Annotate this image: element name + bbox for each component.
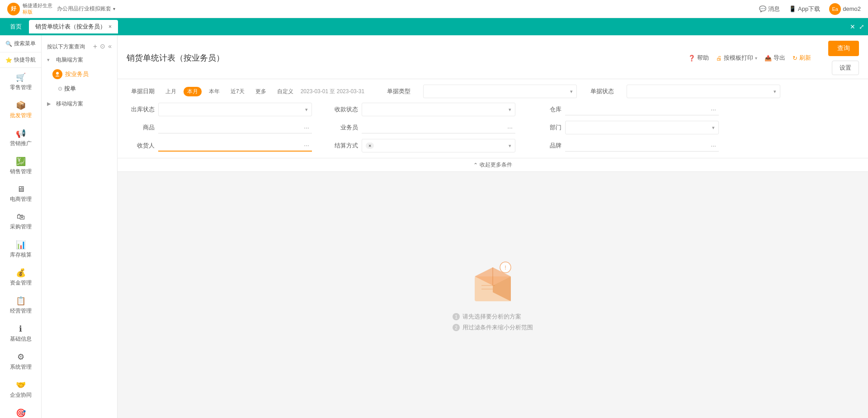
date-tab-this-year[interactable]: 本年 (205, 87, 223, 96)
left-panel: 按以下方案查询 + ⊙ « ▾ 电脑端方案 按业务员 (42, 35, 118, 418)
receiver-dots[interactable]: ··· (304, 142, 309, 149)
industry-dropdown[interactable]: 办公用品行业模拟账套 ▾ (57, 5, 115, 13)
filter-row-2: 出库状态 ▾ 收款状态 ▾ 仓库 ··· (127, 103, 859, 116)
panel-add-icon[interactable]: + (93, 43, 97, 51)
sidebar-quick-nav[interactable]: ⭐ 快捷导航 (0, 52, 41, 68)
sidebar-item-wholesale[interactable]: 📦 批发管理 (0, 96, 41, 124)
empty-illustration: ! (466, 258, 520, 308)
empty-state: ! 1 请先选择要分析的方案 2 用过滤条件来缩小 (453, 258, 533, 332)
receipt-status-select[interactable]: ▾ (362, 103, 515, 116)
date-tabs: 上月 本月 本年 近7天 更多 自定义 (162, 87, 297, 96)
tab-restore-icon[interactable]: ✕ (850, 23, 855, 30)
svg-text:!: ! (505, 264, 506, 271)
tree-desktop-group[interactable]: ▾ 电脑端方案 (42, 53, 117, 66)
sidebar-item-purchase[interactable]: 🛍 采购管理 (0, 208, 41, 235)
date-tab-last7[interactable]: 近7天 (227, 87, 248, 96)
department-chevron-icon: ▾ (712, 125, 715, 131)
receiver-input[interactable]: ··· (158, 140, 312, 152)
date-tab-more[interactable]: 更多 (252, 87, 270, 96)
wholesale-icon: 📦 (2, 100, 39, 110)
tree-mobile-group[interactable]: ▶ 移动端方案 (42, 97, 117, 110)
tree-item-by-order[interactable]: ⊙ 按单 (42, 82, 117, 95)
panel-tree: ▾ 电脑端方案 按业务员 ⊙ 按单 ▶ 移动端方案 (42, 53, 117, 110)
tab-maximize-icon[interactable]: ⤢ (859, 23, 864, 30)
tree-item-by-salesman[interactable]: 按业务员 (42, 66, 117, 82)
receipt-status-label: 收款状态 (330, 105, 362, 114)
ecommerce-icon: 🖥 (2, 185, 39, 194)
sidebar-search-menu[interactable]: 🔍 搜索菜单 (0, 35, 41, 52)
department-select[interactable]: ▾ (565, 121, 719, 134)
sidebar-item-operations[interactable]: 📋 经营管理 (0, 291, 41, 319)
message-button[interactable]: 💬 消息 (759, 5, 780, 13)
sidebar-item-sales[interactable]: 💹 销售管理 (0, 152, 41, 180)
export-button[interactable]: 📤 导出 (764, 54, 785, 62)
finance-icon: 💰 (2, 268, 39, 278)
user-profile[interactable]: Ea demo2 (829, 3, 861, 15)
salesman-input[interactable]: ··· (362, 122, 515, 133)
sidebar-item-guide[interactable]: 🎯 新手引导 (0, 404, 41, 418)
settlement-tag[interactable]: × (366, 142, 374, 149)
warehouse-input[interactable]: ··· (565, 104, 719, 115)
collapse-button[interactable]: ⌃ 收起更多条件 (473, 161, 512, 169)
sidebar-item-inventory[interactable]: 📊 库存核算 (0, 235, 41, 263)
tab-home[interactable]: 首页 (4, 20, 28, 33)
top-bar-right: 💬 消息 📱 App下载 Ea demo2 (759, 3, 861, 15)
tab-close-icon[interactable]: × (108, 24, 112, 30)
goods-input[interactable]: ··· (158, 122, 312, 133)
sidebar-item-ecommerce[interactable]: 🖥 电商管理 (0, 180, 41, 208)
filter-row-3: 商品 ··· 业务员 ··· 部门 ▾ (127, 121, 859, 134)
content-area: 按以下方案查询 + ⊙ « ▾ 电脑端方案 按业务员 (42, 35, 868, 418)
brand-input[interactable]: ··· (565, 140, 719, 152)
empty-tip-1: 1 请先选择要分析的方案 (453, 313, 533, 321)
salesman-dots[interactable]: ··· (507, 124, 513, 131)
settlement-chevron-icon: ▾ (509, 143, 511, 149)
date-tab-this-month[interactable]: 本月 (184, 87, 202, 96)
tree-expand-icon: ▾ (47, 57, 54, 63)
print-dropdown-icon: ▾ (755, 56, 757, 61)
sidebar-item-system[interactable]: ⚙ 系统管理 (0, 347, 41, 375)
help-button[interactable]: ❓ 帮助 (688, 54, 709, 62)
brand-label: 品牌 (533, 142, 565, 150)
goods-dots[interactable]: ··· (304, 124, 309, 131)
sidebar-item-collab[interactable]: 🤝 企业协同 (0, 375, 41, 404)
settlement-select[interactable]: × ▾ (362, 139, 515, 152)
date-tab-last-month[interactable]: 上月 (162, 87, 180, 96)
app-download-button[interactable]: 📱 App下载 (789, 5, 820, 13)
panel-settings-icon[interactable]: ⊙ (100, 43, 105, 51)
collab-icon: 🤝 (2, 380, 39, 390)
filter-row-4: 收货人 ··· 结算方式 × ▾ 品牌 ··· (127, 139, 859, 152)
refresh-button[interactable]: ↻ 刷新 (793, 54, 811, 62)
date-range-display: 2023-03-01 至 2023-03-31 (301, 88, 364, 95)
query-button[interactable]: 查询 (828, 41, 859, 56)
tab-actions: ✕ ⤢ (850, 23, 864, 30)
logo-text: 畅捷通好生意 标版 (23, 3, 52, 14)
order-type-select[interactable]: ▾ (423, 85, 577, 98)
quick-nav-icon: ⭐ (5, 57, 12, 63)
empty-tip-2: 2 用过滤条件来缩小分析范围 (453, 323, 533, 332)
out-status-label: 出库状态 (127, 105, 158, 114)
tab-active[interactable]: 销货单统计表（按业务员） × (29, 20, 118, 33)
sales-icon: 💹 (2, 157, 39, 166)
sidebar-item-basic[interactable]: ℹ 基础信息 (0, 319, 41, 347)
sidebar-item-finance[interactable]: 💰 资金管理 (0, 263, 41, 291)
tab-bar: 首页 销货单统计表（按业务员） × ✕ ⤢ (0, 18, 868, 35)
order-status-select[interactable]: ▾ (627, 85, 780, 98)
date-label: 单据日期 (127, 87, 158, 95)
marketing-icon: 📢 (2, 128, 39, 138)
receiver-label: 收货人 (127, 142, 158, 150)
sidebar-item-retail[interactable]: 🛒 零售管理 (0, 68, 41, 96)
purchase-icon: 🛍 (2, 212, 39, 222)
order-status-label: 单据状态 (586, 87, 618, 95)
settings-button[interactable]: 设置 (832, 61, 859, 75)
print-button[interactable]: 🖨 按模板打印 ▾ (716, 54, 757, 62)
brand-dots[interactable]: ··· (711, 142, 716, 149)
panel-collapse-icon[interactable]: « (108, 43, 112, 51)
page-header: 销货单统计表（按业务员） ❓ 帮助 🖨 按模板打印 ▾ 📤 导出 (118, 35, 868, 79)
collapse-up-icon: ⌃ (473, 162, 478, 168)
out-status-select[interactable]: ▾ (158, 103, 312, 116)
search-icon: 🔍 (5, 41, 12, 47)
date-tab-custom[interactable]: 自定义 (274, 87, 297, 96)
warehouse-dots[interactable]: ··· (711, 106, 716, 113)
panel-header: 按以下方案查询 + ⊙ « (42, 40, 117, 53)
sidebar-item-marketing[interactable]: 📢 营销推广 (0, 124, 41, 152)
